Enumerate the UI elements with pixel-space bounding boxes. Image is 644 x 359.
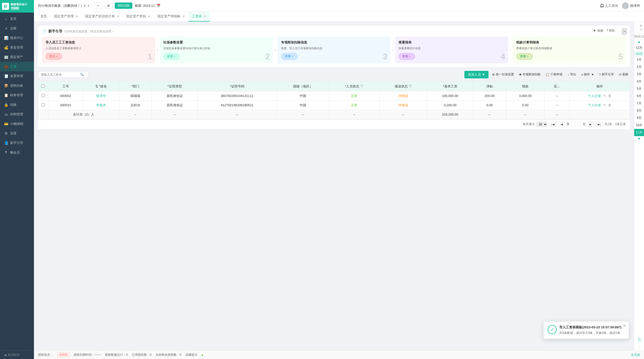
panel-expand-button[interactable]: ⟩⟩: [640, 28, 642, 31]
edit-icon[interactable]: ✎: [603, 94, 606, 98]
filter-icon[interactable]: ▽: [360, 84, 364, 88]
app-name: 畅捷通好会计: [11, 3, 27, 6]
sidebar-item-settings[interactable]: ⚙ 设置: [0, 129, 34, 138]
refresh-button[interactable]: ↺ 刷新: [617, 71, 630, 78]
export-button[interactable]: ↓ 导出: [566, 71, 578, 78]
tax-report-button[interactable]: 📋 个税申报: [544, 71, 564, 78]
guide-button[interactable]: ? 新手引导: [597, 71, 615, 78]
step-btn-4[interactable]: 查看＞: [398, 53, 415, 60]
user-name: 徐泽华: [630, 4, 640, 8]
employee-name-link[interactable]: 李俊杰: [96, 103, 106, 107]
calendar-icon[interactable]: 📅: [156, 4, 160, 8]
step-btn-2[interactable]: 设置＞: [163, 53, 180, 60]
close-guide-button[interactable]: ✕: [622, 29, 626, 34]
search-input[interactable]: [41, 73, 78, 76]
select-all-header[interactable]: [38, 81, 48, 91]
special-deduction-button[interactable]: ✚ 专项附加扣除: [517, 71, 542, 78]
next-year-button[interactable]: ▼: [637, 136, 641, 141]
sidebar-item-tax[interactable]: 📋 税务管理: [0, 90, 34, 100]
unpin-button[interactable]: ◀ 取消固定: [0, 350, 34, 359]
personal-insurance-link[interactable]: 个人社保: [588, 94, 601, 98]
user-menu[interactable]: 人 徐泽华: [622, 3, 640, 9]
step-btn-1[interactable]: 导入＞: [46, 53, 62, 60]
step-btn-3[interactable]: 查看＞: [281, 53, 298, 60]
sidebar-item-expense[interactable]: 💳 小畅报销: [0, 119, 34, 129]
archive-icon: 🗂: [4, 112, 8, 116]
calendar-month-9[interactable]: 9月: [634, 114, 644, 122]
tab-salary[interactable]: 工资表 ✕: [188, 12, 210, 22]
sidebar-item-reports[interactable]: 📊 报表中心: [0, 33, 34, 43]
employee-name-link[interactable]: 徐泽华: [96, 94, 106, 98]
sidebar-item-archive[interactable]: 🗂 归档管理: [0, 110, 34, 119]
row-checkbox[interactable]: [42, 103, 45, 107]
summary-total: 103,200.00: [427, 110, 473, 119]
tab-asset-detail[interactable]: 固定资产明细账 ✕: [154, 12, 188, 22]
first-page-button[interactable]: |◀: [549, 122, 556, 127]
select-all-checkbox[interactable]: [42, 84, 45, 88]
calendar-month-5[interactable]: 5月: [634, 85, 644, 92]
prev-year-button[interactable]: ▲: [637, 39, 641, 44]
operations-button[interactable]: ≡ 操作 ▼: [580, 71, 595, 78]
sidebar-item-closing[interactable]: 🔒 结账: [0, 100, 34, 110]
tab-home[interactable]: 首页: [37, 12, 51, 22]
last-page-button[interactable]: ▶|: [595, 122, 603, 127]
row-checkbox-cell[interactable]: [38, 91, 48, 100]
sidebar-item-home[interactable]: ⌂ 首页: [0, 14, 34, 24]
close-tab-icon[interactable]: ✕: [204, 15, 206, 18]
delete-icon[interactable]: 🗑: [608, 94, 611, 98]
calendar-month-12[interactable]: 12月: [634, 44, 644, 52]
tab-depreciation[interactable]: 固定资产折旧统计表 ✕: [82, 12, 123, 22]
row-checkbox-cell[interactable]: [38, 100, 48, 110]
close-tab-icon[interactable]: ✕: [182, 15, 185, 18]
tab-fixed-assets[interactable]: 固定资产管理 ✕: [51, 12, 82, 22]
sidebar-item-finance[interactable]: 💰 资金管理: [0, 43, 34, 52]
calendar-month-8[interactable]: 8月: [634, 107, 644, 114]
add-account-button[interactable]: ＋: [94, 3, 102, 9]
personal-insurance-link[interactable]: 个人社保: [588, 103, 601, 107]
social-insurance-label: 统一社保设置: [496, 72, 514, 77]
close-tab-icon[interactable]: ✕: [76, 15, 78, 18]
calendar-month-6[interactable]: 6月: [634, 92, 644, 100]
calendar-month-2[interactable]: 2月: [634, 63, 644, 71]
calendar-month-11[interactable]: 11月: [634, 129, 644, 136]
panel-close-button[interactable]: ✕: [639, 24, 642, 28]
sidebar-item-fixed-assets[interactable]: 🏢 固定资产: [0, 52, 34, 62]
edit-icon[interactable]: ✎: [603, 103, 606, 107]
close-tab-icon[interactable]: ✕: [117, 15, 119, 18]
switch-version-button[interactable]: 切到旧版: [115, 3, 132, 9]
step-btn-5[interactable]: 查看＞: [516, 53, 533, 60]
calendar-month-7[interactable]: 7月: [634, 100, 644, 107]
filter-icon[interactable]: ▽: [409, 84, 412, 88]
account-name: 刘小艳演示账套（勿删勿动！）1: [38, 4, 86, 8]
row-checkbox[interactable]: [42, 94, 45, 97]
settings-button[interactable]: ⚙: [104, 3, 113, 9]
delete-icon[interactable]: 🗑: [608, 103, 611, 107]
sidebar-item-invoices[interactable]: 🧾 发票管理: [0, 71, 34, 81]
per-page-select[interactable]: 10 20 50: [536, 122, 547, 127]
social-insurance-button[interactable]: ⚙ 统一社保设置: [491, 71, 515, 78]
close-notification-button[interactable]: ✕: [623, 324, 626, 328]
account-selector[interactable]: 刘小艳演示账套（勿删勿动！）1 ▼: [38, 4, 90, 8]
add-employee-button[interactable]: 添加人员 ▼: [464, 71, 489, 78]
sidebar-item-guide[interactable]: 📘 新手引导: [0, 138, 34, 148]
support-button[interactable]: 🎧 人工咨询: [600, 4, 618, 8]
deauthorize-button[interactable]: 去充值: [631, 353, 640, 357]
page-input[interactable]: 1: [571, 122, 581, 127]
guide-step-5: 税款计算明细表 查看税款计算过程及明细数据 查看＞ 5: [513, 37, 626, 63]
sidebar-item-salary[interactable]: 💼 工资: [0, 62, 34, 71]
sidebar-item-member[interactable]: 🎖 畅会员: [0, 148, 34, 157]
next-page-button[interactable]: ▶: [587, 122, 594, 127]
tab-asset-category[interactable]: 固定资产类别 ✕: [123, 12, 154, 22]
sidebar-item-inventory[interactable]: 📦 进销台账: [0, 81, 34, 90]
prev-page-button[interactable]: ◀: [558, 122, 565, 127]
help-circle-icon[interactable]: ○: [638, 344, 640, 348]
expand-panel-icon[interactable]: ⟩⟩: [638, 337, 641, 342]
calendar-month-10[interactable]: 10月: [634, 122, 644, 129]
calendar-month-1[interactable]: 1月: [634, 56, 644, 63]
sidebar-item-ledger[interactable]: ≡ 总账: [0, 24, 34, 33]
calendar-month-3[interactable]: 3月: [634, 71, 644, 78]
step-desc: 完成社保参数设置自动计算社保公积金: [163, 46, 269, 50]
close-tab-icon[interactable]: ✕: [148, 15, 150, 18]
calendar-month-4[interactable]: 4月: [634, 78, 644, 85]
guide-video-help[interactable]: ▶ 视频 ? 帮助: [593, 29, 615, 33]
